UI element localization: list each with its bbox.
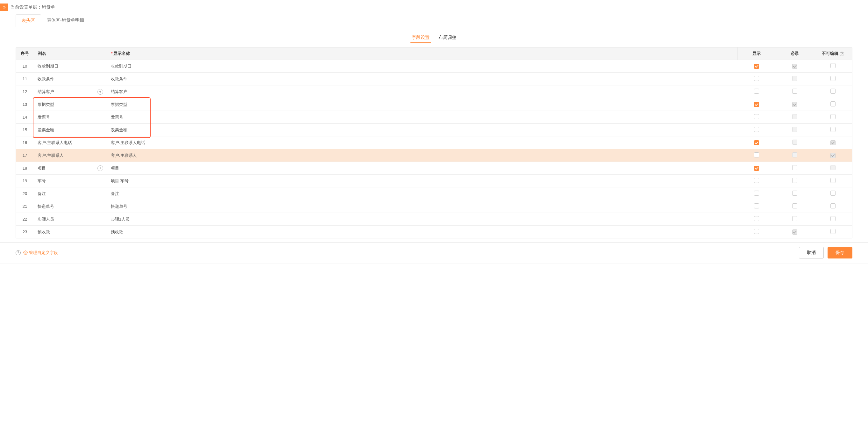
- checkbox[interactable]: [754, 152, 759, 158]
- checkbox[interactable]: [754, 64, 759, 69]
- cell-show: [738, 162, 776, 175]
- row-name-cell: 发票金额: [34, 124, 107, 136]
- checkbox[interactable]: [754, 229, 759, 234]
- row-display-name[interactable]: 项目: [107, 162, 738, 175]
- question-icon[interactable]: ?: [16, 250, 21, 255]
- checkbox[interactable]: [792, 216, 797, 221]
- checkbox: [792, 64, 797, 69]
- help-icon[interactable]: ?: [840, 52, 844, 56]
- checkbox[interactable]: [754, 140, 759, 145]
- row-display-name[interactable]: 结算客户: [107, 85, 738, 98]
- table-row: 12结算客户+结算客户: [16, 85, 852, 98]
- manage-custom-fields-link[interactable]: 管理自定义字段: [23, 250, 58, 256]
- cell-show: [738, 124, 776, 136]
- page-title: 当前设置单据：销货单: [10, 4, 55, 10]
- row-name-cell: 发票号: [34, 111, 107, 124]
- checkbox[interactable]: [792, 165, 797, 170]
- checkbox: [830, 140, 836, 145]
- checkbox[interactable]: [830, 114, 836, 119]
- checkbox[interactable]: [754, 178, 759, 183]
- table-row: 13票据类型票据类型: [16, 98, 852, 111]
- cell-readonly: [814, 200, 852, 213]
- checkbox[interactable]: [792, 203, 797, 208]
- checkbox[interactable]: [792, 89, 797, 94]
- plus-icon[interactable]: +: [97, 165, 103, 171]
- cell-required: [776, 60, 814, 73]
- row-seq: 12: [16, 85, 34, 98]
- cell-show: [738, 73, 776, 85]
- checkbox[interactable]: [754, 191, 759, 196]
- row-seq: 19: [16, 175, 34, 188]
- checkbox[interactable]: [830, 191, 836, 196]
- checkbox[interactable]: [830, 76, 836, 81]
- checkbox: [792, 152, 797, 158]
- checkbox[interactable]: [754, 216, 759, 221]
- checkbox[interactable]: [830, 178, 836, 183]
- th-seq: 序号: [16, 48, 34, 60]
- checkbox[interactable]: [754, 89, 759, 94]
- row-seq: 17: [16, 149, 34, 162]
- save-button[interactable]: 保存: [828, 247, 852, 258]
- cell-show: [738, 226, 776, 238]
- checkbox[interactable]: [754, 166, 759, 171]
- plus-icon[interactable]: +: [97, 89, 103, 95]
- row-name: 客户.主联系人: [38, 153, 64, 159]
- sub-tabs: 字段设置布局调整: [16, 27, 852, 47]
- checkbox[interactable]: [830, 229, 836, 234]
- cell-readonly: [814, 73, 852, 85]
- checkbox[interactable]: [754, 114, 759, 119]
- row-name: 项目: [38, 165, 46, 171]
- checkbox[interactable]: [830, 216, 836, 221]
- sub-tab-1[interactable]: 布局调整: [437, 33, 458, 44]
- row-seq: 10: [16, 60, 34, 73]
- row-display-name[interactable]: 发票号: [107, 111, 738, 124]
- table-row: 18项目+项目: [16, 162, 852, 175]
- checkbox[interactable]: [830, 63, 836, 68]
- cell-show: [738, 175, 776, 188]
- checkbox[interactable]: [830, 89, 836, 94]
- row-display-name[interactable]: 客户.主联系人: [107, 149, 738, 162]
- row-display-name[interactable]: 步骤1人员: [107, 213, 738, 226]
- tab-1[interactable]: 表体区-销货单明细: [41, 15, 90, 27]
- cell-readonly: [814, 188, 852, 200]
- cell-required: [776, 226, 814, 238]
- row-display-name[interactable]: 项目.车号: [107, 175, 738, 188]
- cell-readonly: [814, 124, 852, 136]
- checkbox: [792, 140, 797, 145]
- row-display-name[interactable]: 预收款: [107, 226, 738, 238]
- row-display-name[interactable]: 收款条件: [107, 73, 738, 85]
- checkbox[interactable]: [754, 203, 759, 208]
- cell-required: [776, 213, 814, 226]
- checkbox[interactable]: [754, 102, 759, 107]
- row-display-name[interactable]: 票据类型: [107, 98, 738, 111]
- checkbox[interactable]: [754, 127, 759, 132]
- cell-show: [738, 98, 776, 111]
- cell-show: [738, 60, 776, 73]
- row-display-name[interactable]: 快递单号: [107, 200, 738, 213]
- checkbox[interactable]: [792, 178, 797, 183]
- th-readonly: 不可编辑?: [814, 48, 852, 60]
- checkbox[interactable]: [754, 76, 759, 81]
- checkbox[interactable]: [830, 127, 836, 132]
- checkbox[interactable]: [830, 203, 836, 208]
- row-name-cell: 客户.主联系人电话: [34, 136, 107, 149]
- row-name: 发票金额: [38, 127, 54, 133]
- cell-show: [738, 188, 776, 200]
- tab-0[interactable]: 表头区: [16, 15, 41, 27]
- table-row: 14发票号发票号: [16, 111, 852, 124]
- sub-tab-0[interactable]: 字段设置: [410, 33, 431, 44]
- cancel-button[interactable]: 取消: [799, 247, 824, 258]
- row-display-name[interactable]: 发票金额: [107, 124, 738, 136]
- collapse-button[interactable]: [0, 3, 8, 11]
- checkbox[interactable]: [792, 191, 797, 196]
- row-display-name[interactable]: 备注: [107, 188, 738, 200]
- checkbox: [792, 76, 797, 81]
- row-display-name[interactable]: 客户.主联系人电话: [107, 136, 738, 149]
- row-seq: 16: [16, 136, 34, 149]
- row-name: 车号: [38, 178, 46, 184]
- row-name: 预收款: [38, 229, 50, 235]
- checkbox[interactable]: [830, 102, 836, 107]
- row-display-name[interactable]: 收款到期日: [107, 60, 738, 73]
- row-name: 收款条件: [38, 76, 54, 82]
- cell-required: [776, 73, 814, 85]
